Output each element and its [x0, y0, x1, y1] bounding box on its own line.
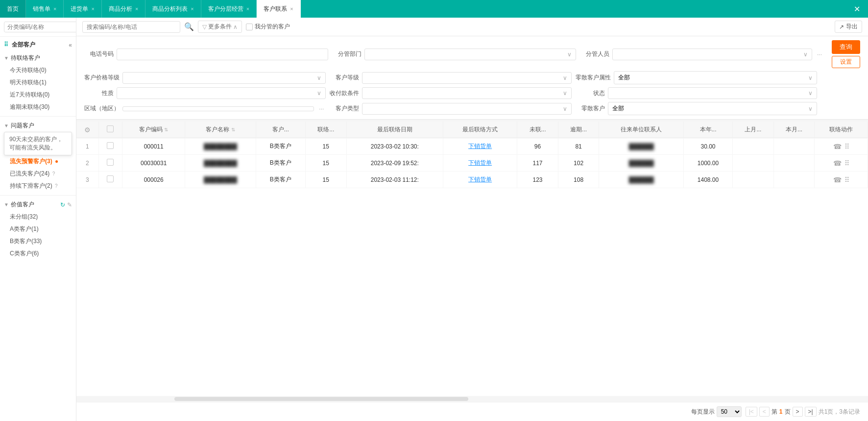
value-section-label: 价值客户: [11, 200, 34, 209]
nature-select[interactable]: ∨: [117, 87, 326, 99]
sidebar-item-ungrouped[interactable]: 未分组(32): [0, 211, 76, 223]
my-customers-checkbox[interactable]: 我分管的客户: [246, 23, 290, 31]
sidebar-collapse-icon[interactable]: «: [69, 42, 72, 49]
tab-customer-layer-close[interactable]: ×: [246, 6, 249, 12]
col-no-contact: 未联...: [517, 122, 558, 138]
filter-status: 状态 ∨: [576, 87, 817, 99]
status-select[interactable]: ∨: [608, 87, 817, 99]
filter-icon: ▽: [202, 24, 207, 30]
sidebar-item-today[interactable]: 今天待联络(0): [0, 64, 76, 76]
cust-level-select[interactable]: ∨: [362, 72, 571, 84]
sidebar-item-class-c[interactable]: C类客户(6): [0, 248, 76, 260]
tab-analysis-close[interactable]: ×: [135, 6, 138, 12]
sidebar-item-class-a[interactable]: A类客户(1): [0, 223, 76, 235]
tab-purchase-close[interactable]: ×: [91, 6, 94, 12]
row2-overdue: 102: [558, 155, 599, 172]
sidebar-all-customers[interactable]: ⠿ 全部客户 «: [0, 37, 76, 51]
price-level-select[interactable]: ∨: [122, 72, 326, 84]
manager-more-icon[interactable]: ···: [815, 51, 824, 58]
row1-check[interactable]: [98, 138, 122, 155]
row3-contact-count: 15: [305, 172, 346, 188]
tab-sales[interactable]: 销售单 ×: [26, 0, 64, 18]
row1-name: ████████: [185, 138, 256, 155]
sidebar-search-input[interactable]: [4, 22, 76, 32]
first-page-button[interactable]: |<: [746, 407, 757, 417]
sidebar-section-pending: ▼ 待联络客户 今天待联络(0) 明天待联络(1) 近7天待联络(0) 逾期未联…: [0, 51, 76, 114]
col-name[interactable]: 客户名称 ⇅: [185, 122, 256, 138]
table-check-all[interactable]: [107, 125, 114, 132]
tab-sales-close[interactable]: ×: [53, 6, 56, 12]
row1-contact-icon[interactable]: ☎: [833, 143, 842, 150]
value-edit-icon[interactable]: ✎: [67, 201, 72, 208]
region-more-icon[interactable]: ···: [317, 105, 326, 112]
row3-contact-icon[interactable]: ☎: [833, 176, 842, 184]
col-overdue: 逾期...: [558, 122, 599, 138]
dept-select[interactable]: ∨: [364, 49, 576, 60]
row1-more-icon[interactable]: ⠿: [844, 143, 849, 150]
my-customers-check-icon[interactable]: [246, 24, 253, 30]
sidebar-item-churn-warning[interactable]: 流失预警客户(3) ●: [0, 155, 76, 168]
tab-customer-contact-close[interactable]: ×: [290, 6, 293, 12]
tab-analysis-list[interactable]: 商品分析列表 ×: [145, 0, 201, 18]
tab-customer-contact[interactable]: 客户联系 ×: [257, 0, 300, 18]
sidebar-item-overdue[interactable]: 逾期未联络(30): [0, 101, 76, 113]
table-gear-icon[interactable]: ⚙: [84, 126, 91, 134]
payment-select[interactable]: ∨: [362, 87, 571, 99]
tab-home[interactable]: 首页: [0, 0, 26, 18]
sidebar-item-churned[interactable]: 已流失客户(24) ?: [0, 168, 76, 180]
row3-check[interactable]: [98, 172, 122, 188]
toolbar-search-icon[interactable]: 🔍: [184, 22, 194, 31]
manager-select[interactable]: ∨: [612, 49, 812, 60]
tab-customer-layer[interactable]: 客户分层经营 ×: [201, 0, 257, 18]
last-page-button[interactable]: >|: [805, 407, 817, 417]
sidebar-item-tomorrow[interactable]: 明天待联络(1): [0, 76, 76, 89]
tab-purchase[interactable]: 进货单 ×: [64, 0, 101, 18]
dept-arrow-icon: ∨: [567, 51, 572, 58]
settings-button[interactable]: 设置: [832, 56, 860, 68]
scrollbar-thumb[interactable]: [174, 397, 468, 401]
col-code[interactable]: 客户编码 ⇅: [122, 122, 185, 138]
zero-attr-select[interactable]: 全部 ∨: [614, 71, 817, 84]
sidebar-item-declining[interactable]: 持续下滑客户(2) ?: [0, 180, 76, 192]
region-select[interactable]: [122, 106, 314, 111]
value-refresh-icon[interactable]: ↻: [60, 201, 65, 208]
zero-retail-label: 零散客户: [576, 104, 605, 113]
window-close-button[interactable]: ✕: [846, 4, 868, 14]
row2-contact-person: ██████: [599, 155, 683, 172]
search-input[interactable]: [82, 21, 180, 33]
row3-overdue: 108: [558, 172, 599, 188]
row3-more-icon[interactable]: ⠿: [844, 176, 849, 184]
row3-no-contact: 123: [517, 172, 558, 188]
export-icon: ↗: [839, 24, 844, 30]
tab-analysis-list-close[interactable]: ×: [191, 6, 193, 12]
prev-page-button[interactable]: <: [759, 407, 770, 417]
row1-num: 1: [76, 138, 98, 155]
row2-more-icon[interactable]: ⠿: [844, 159, 849, 167]
query-button[interactable]: 查询: [832, 40, 860, 54]
sidebar-pending-header[interactable]: ▼ 待联络客户: [0, 52, 76, 64]
sidebar-problem-header[interactable]: ▼ 问题客户: [0, 120, 76, 132]
cust-type-select[interactable]: ∨: [362, 103, 571, 115]
row2-check[interactable]: [98, 155, 122, 172]
col-checkbox[interactable]: [98, 122, 122, 138]
more-conditions-button[interactable]: ▽ 更多条件 ∧: [198, 21, 242, 33]
per-page-select[interactable]: 50 100 200: [717, 406, 742, 417]
page-unit: 页: [785, 408, 791, 416]
row2-contact-icon[interactable]: ☎: [833, 159, 842, 167]
export-button[interactable]: ↗ 导出: [835, 21, 862, 33]
row1-code: 000011: [122, 138, 185, 155]
next-page-button[interactable]: >: [793, 407, 803, 417]
row1-overdue: 81: [558, 138, 599, 155]
phone-input[interactable]: [117, 49, 328, 60]
row2-name: ████████: [185, 155, 256, 172]
sidebar-item-7days[interactable]: 近7天待联络(0): [0, 89, 76, 101]
cust-level-label: 客户等级: [330, 74, 359, 82]
horizontal-scrollbar[interactable]: [76, 396, 868, 402]
col-gear[interactable]: ⚙: [76, 122, 98, 138]
zero-retail-select[interactable]: 全部 ∨: [608, 102, 817, 115]
manager-arrow-icon: ∨: [803, 51, 808, 58]
tab-analysis[interactable]: 商品分析 ×: [102, 0, 145, 18]
sidebar-item-class-b[interactable]: B类客户(33): [0, 235, 76, 248]
row3-cust-level: B类客户: [256, 172, 305, 188]
sidebar-value-header[interactable]: ▼ 价值客户 ↻ ✎: [0, 198, 76, 211]
